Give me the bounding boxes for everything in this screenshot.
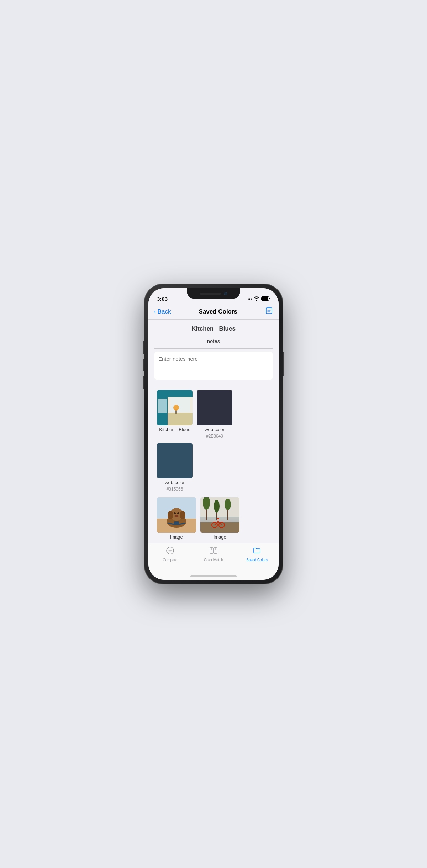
tab-compare[interactable]: Compare [148, 546, 192, 562]
images-grid: image [148, 497, 279, 543]
svg-point-26 [214, 500, 220, 513]
svg-rect-1 [262, 297, 268, 300]
swatch-color-dark [197, 390, 232, 425]
back-button[interactable]: ‹ Back [154, 308, 171, 315]
swatch-color1-label: web color [205, 427, 225, 432]
svg-rect-34 [211, 548, 212, 550]
svg-point-28 [225, 499, 231, 510]
svg-point-15 [180, 511, 185, 519]
svg-rect-2 [266, 308, 272, 314]
home-indicator [148, 573, 279, 580]
svg-rect-6 [170, 398, 190, 412]
main-content: Kitchen - Blues notes [148, 320, 279, 543]
swatch-color-blue [157, 443, 193, 478]
swatch-item-color2[interactable]: web color #315066 [157, 443, 193, 492]
swatch-item-kitchen[interactable]: Kitchen - Blues [157, 390, 193, 439]
phone-screen: 3:03 ••• [148, 288, 279, 580]
swatch-image-kitchen [157, 390, 193, 425]
wifi-icon [254, 296, 259, 302]
bike-thumbnail [200, 497, 239, 533]
swatch-item-color1[interactable]: web color #2E3040 [197, 390, 232, 439]
collection-name: Kitchen - Blues [148, 320, 279, 334]
svg-point-8 [173, 405, 179, 411]
tab-saved-colors-label: Saved Colors [246, 558, 268, 562]
back-label: Back [158, 308, 171, 315]
page-title: Saved Colors [199, 308, 237, 315]
compare-icon [166, 546, 174, 557]
nav-bar: ‹ Back Saved Colors [148, 304, 279, 320]
swatch-label-kitchen: Kitchen - Blues [159, 427, 190, 432]
status-time: 3:03 [157, 296, 168, 302]
tab-saved-colors[interactable]: Saved Colors [235, 546, 279, 562]
svg-point-16 [174, 512, 176, 514]
image-label-dog: image [170, 534, 183, 540]
export-icon[interactable] [265, 307, 273, 316]
notes-divider [154, 348, 273, 349]
folder-icon [253, 546, 261, 557]
swatches-grid: Kitchen - Blues web color #2E3040 web co… [148, 387, 279, 497]
svg-point-18 [174, 515, 179, 517]
swatch-color2-hex: #315066 [167, 487, 183, 492]
notes-section-label: notes [148, 334, 279, 345]
camera [224, 292, 227, 295]
tab-compare-label: Compare [163, 558, 177, 562]
notes-input[interactable] [154, 352, 273, 380]
battery-icon [261, 296, 270, 302]
svg-rect-19 [174, 521, 179, 524]
svg-rect-5 [168, 413, 193, 425]
speaker [200, 293, 221, 295]
swatch-color2-label: web color [165, 480, 185, 485]
signal-icon: ••• [247, 297, 252, 302]
image-item-bike[interactable]: image [200, 497, 239, 540]
notes-section [148, 352, 279, 387]
status-icons: ••• [247, 296, 270, 302]
dog-thumbnail [157, 497, 196, 533]
image-label-bike: image [214, 534, 226, 540]
svg-point-14 [168, 511, 173, 519]
chevron-left-icon: ‹ [154, 308, 156, 315]
svg-point-17 [177, 512, 179, 514]
tab-color-match[interactable]: Color Match [192, 546, 235, 562]
tab-bar: Compare Color Match [148, 543, 279, 573]
svg-rect-9 [158, 399, 167, 413]
image-item-dog[interactable]: image [157, 497, 196, 540]
color-match-icon [209, 546, 218, 557]
swatch-color1-hex: #2E3040 [206, 434, 223, 439]
phone-frame: 3:03 ••• [144, 284, 283, 584]
home-bar [190, 575, 237, 577]
svg-rect-35 [215, 548, 216, 550]
tab-color-match-label: Color Match [204, 558, 223, 562]
notch [187, 288, 240, 299]
